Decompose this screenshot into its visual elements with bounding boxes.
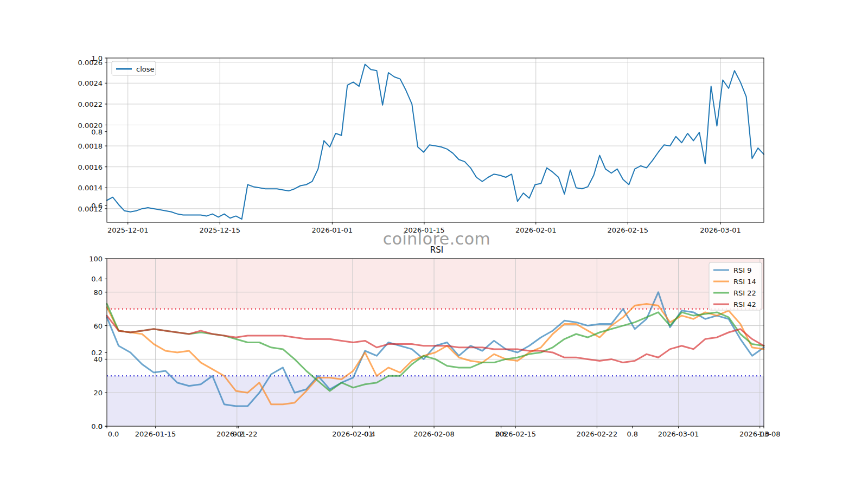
price-chart: 2025-12-012025-12-152026-01-012026-01-15…	[78, 58, 764, 234]
legend-label: RSI 9	[733, 266, 752, 274]
phantom-x-label: 1.0	[758, 430, 770, 438]
phantom-y-label: 0.0	[91, 422, 103, 431]
close-line	[107, 65, 764, 220]
y-tick-label: 0.0016	[78, 163, 103, 171]
y-tick-label: 20	[93, 389, 103, 397]
axes-spines	[107, 58, 764, 222]
phantom-y-label: 0.6	[91, 202, 103, 210]
phantom-x-label: 0.8	[627, 430, 638, 438]
rsi-chart-legend: RSI 9RSI 14RSI 22RSI 42	[709, 262, 762, 310]
phantom-x-label: 0.6	[495, 430, 507, 438]
rsi-42-line	[107, 316, 764, 363]
x-tick-label: 2026-02-22	[577, 430, 618, 438]
phantom-y-label: 0.4	[91, 275, 103, 283]
y-tick-label: 80	[93, 288, 103, 297]
y-tick-label: 60	[93, 322, 103, 330]
price-chart-legend: close	[112, 61, 156, 75]
legend-label: RSI 42	[733, 300, 756, 309]
legend-label: close	[136, 65, 154, 73]
phantom-y-label: 1.0	[91, 54, 103, 62]
y-tick-label: 0.0018	[78, 142, 103, 150]
rsi-chart: 2026-01-152026-01-222026-02-012026-02-08…	[89, 255, 780, 438]
phantom-x-label: 0.4	[364, 430, 375, 438]
x-tick-label: 2026-03-01	[658, 430, 699, 438]
phantom-x-label: 0.2	[233, 430, 244, 438]
overbought-band	[107, 259, 764, 309]
y-tick-label: 100	[89, 255, 103, 263]
legend-label: RSI 22	[733, 289, 756, 297]
x-tick-label: 2026-01-15	[135, 430, 176, 438]
x-tick-label: 2026-02-08	[413, 430, 455, 438]
rsi-chart-title: RSI	[110, 246, 764, 254]
phantom-x-label: 0.0	[108, 430, 119, 438]
chart-figure: 2025-12-012025-12-152026-01-012026-01-15…	[0, 0, 868, 488]
phantom-y-label: 0.8	[91, 128, 103, 136]
y-tick-label: 0.0014	[78, 184, 103, 192]
phantom-y-label: 0.2	[91, 349, 103, 357]
y-tick-label: 0.0022	[78, 100, 103, 108]
y-tick-label: 0.0024	[78, 79, 103, 87]
oversold-band	[107, 376, 764, 426]
legend-label: RSI 14	[733, 278, 756, 286]
